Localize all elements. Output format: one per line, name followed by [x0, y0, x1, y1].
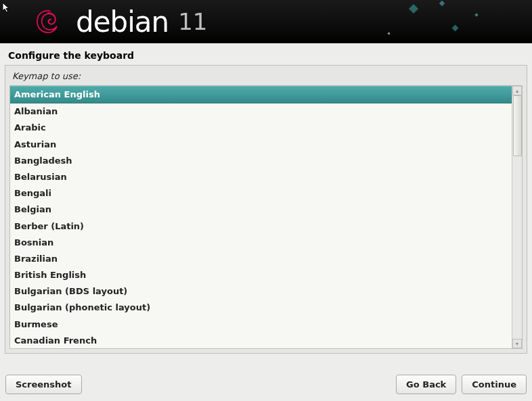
scroll-up-button[interactable]: ▴ — [512, 86, 522, 95]
keymap-prompt: Keymap to use: — [9, 70, 523, 85]
list-item[interactable]: Bulgarian (BDS layout) — [10, 283, 512, 300]
list-item[interactable]: Albanian — [10, 103, 512, 120]
installer-header: debian 11 — [0, 0, 532, 43]
list-item[interactable]: Burmese — [10, 316, 512, 333]
header-decoration — [356, 0, 491, 43]
scrollbar[interactable]: ▴ ▾ — [512, 86, 522, 348]
keymap-listbox[interactable]: American EnglishAlbanianArabicAsturianBa… — [10, 86, 512, 348]
list-item[interactable]: Bulgarian (phonetic layout) — [10, 300, 512, 316]
continue-button[interactable]: Continue — [462, 375, 527, 394]
brand-version: 11 — [178, 8, 207, 35]
scroll-thumb[interactable] — [513, 95, 522, 156]
list-item[interactable]: Bangladesh — [10, 153, 512, 169]
list-item[interactable]: Bengali — [10, 185, 512, 202]
list-item[interactable]: British English — [10, 267, 512, 283]
footer-buttons: Screenshot Go Back Continue — [0, 375, 532, 394]
list-item[interactable]: Brazilian — [10, 251, 512, 267]
list-item[interactable]: Belgian — [10, 202, 512, 218]
screenshot-button[interactable]: Screenshot — [5, 375, 82, 394]
list-item[interactable]: Canadian French — [10, 333, 512, 348]
go-back-button[interactable]: Go Back — [396, 375, 456, 394]
list-item[interactable]: Arabic — [10, 120, 512, 136]
debian-logo — [32, 6, 64, 37]
brand-name: debian — [76, 5, 169, 39]
list-item[interactable]: American English — [10, 86, 512, 103]
list-item[interactable]: Belarusian — [10, 169, 512, 185]
list-item[interactable]: Bosnian — [10, 235, 512, 251]
list-item[interactable]: Berber (Latin) — [10, 218, 512, 235]
scroll-down-button[interactable]: ▾ — [512, 339, 522, 348]
keymap-listbox-container: American EnglishAlbanianArabicAsturianBa… — [9, 85, 523, 349]
page-title: Configure the keyboard — [0, 43, 532, 65]
list-item[interactable]: Asturian — [10, 137, 512, 153]
main-panel: Keymap to use: American EnglishAlbanianA… — [5, 65, 527, 354]
